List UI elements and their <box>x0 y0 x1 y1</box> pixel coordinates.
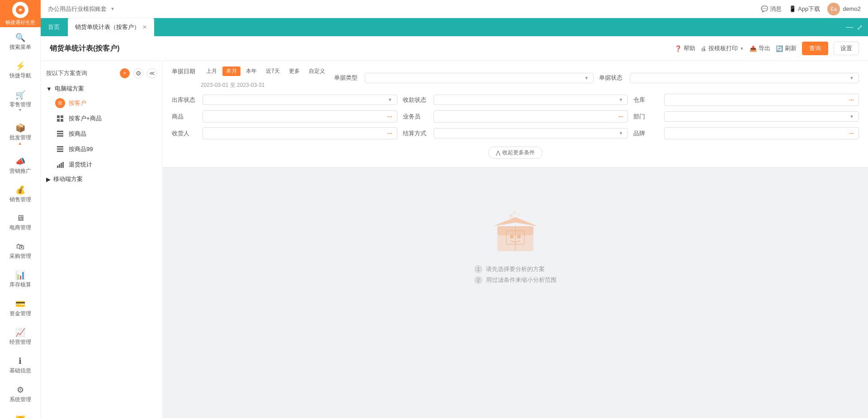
settlement-control[interactable]: ▼ <box>434 128 628 138</box>
window-maximize-btn[interactable]: ⤢ <box>857 23 863 32</box>
mobile-expand-icon: ▶ <box>46 176 51 183</box>
svg-rect-2 <box>61 115 63 118</box>
brand-ellipsis[interactable]: ··· <box>849 130 854 137</box>
settings-btn[interactable]: 设置 <box>834 42 859 55</box>
settlement-dropdown-icon: ▼ <box>618 131 623 136</box>
sidebar-menu: 🔍 搜索菜单 ⚡ 快捷导航 🛒 零售管理 ▼ 📦 批发管理 ▲ 📣 营销推广 💰… <box>0 27 40 418</box>
date-tab-7days[interactable]: 近7天 <box>262 66 283 76</box>
tree-child-by-customer[interactable]: 按 按客户 <box>50 95 162 111</box>
order-status-dropdown-icon: ▼ <box>849 76 854 81</box>
sidebar-item-operations[interactable]: 📈 经营管理 <box>0 322 40 351</box>
tree-parent-mobile[interactable]: ▶ 移动端方案 <box>41 172 162 186</box>
user-profile-btn[interactable]: Ea demo2 <box>827 3 861 15</box>
inventory-icon: 📊 <box>15 270 25 280</box>
export-icon: 📤 <box>750 45 757 52</box>
retail-icon: 🛒 <box>15 90 25 100</box>
order-status-control[interactable]: ▼ <box>630 73 859 83</box>
product-control[interactable]: ··· <box>203 110 397 123</box>
tree-parent-desktop[interactable]: ▼ 电脑端方案 <box>41 82 162 95</box>
filter-area: 单据日期 上月 本月 本年 近7天 更多 自定义 2023 <box>163 61 868 167</box>
sidebar-item-wholesale[interactable]: 📦 批发管理 ▲ <box>0 118 40 151</box>
window-minimize-btn[interactable]: — <box>846 23 853 31</box>
receiver-control[interactable]: ··· <box>203 127 397 139</box>
sidebar-item-search[interactable]: 🔍 搜索菜单 <box>0 27 40 56</box>
desktop-expand-icon: ▼ <box>46 86 52 92</box>
salesperson-control[interactable]: ··· <box>434 110 628 123</box>
collapse-btn[interactable]: ⋀ 收起更多条件 <box>488 147 542 159</box>
svg-rect-4 <box>61 119 63 122</box>
sidebar-item-marketing[interactable]: 📣 营销推广 <box>0 151 40 180</box>
edit-scheme-btn[interactable]: ⚙ <box>133 68 143 78</box>
filter-settlement-item: 结算方式 ▼ <box>403 128 628 138</box>
export-label: 导出 <box>759 44 770 52</box>
by-customer-product-icon <box>55 114 65 124</box>
home-tab-label: 首页 <box>48 23 60 31</box>
tree-child-return-stat[interactable]: 退货统计 <box>50 157 162 172</box>
add-scheme-btn[interactable]: + <box>120 68 130 78</box>
payment-status-label: 收款状态 <box>403 96 430 104</box>
sidebar-item-inventory[interactable]: 📊 库存核算 <box>0 265 40 293</box>
tab-home[interactable]: 首页 <box>41 18 67 36</box>
export-btn[interactable]: 📤 导出 <box>750 44 770 52</box>
date-tab-this-year[interactable]: 本年 <box>242 66 260 76</box>
product-label: 商品 <box>172 113 199 121</box>
message-btn[interactable]: 💬 消息 <box>761 5 782 13</box>
tip-num-2: 2 <box>474 276 482 284</box>
warehouse-ellipsis[interactable]: ··· <box>849 96 854 103</box>
order-type-control[interactable]: ▼ <box>365 73 594 83</box>
query-btn[interactable]: 查询 <box>802 42 828 55</box>
date-tab-this-month[interactable]: 本月 <box>222 66 241 76</box>
brand-control[interactable]: ··· <box>664 127 859 139</box>
tip-text-2: 用过滤条件来缩小分析范围 <box>486 276 557 284</box>
svg-point-21 <box>517 235 521 238</box>
return-stat-label: 退货统计 <box>69 161 92 169</box>
department-label: 部门 <box>633 113 660 121</box>
breadcrumb-dropdown-icon[interactable]: ▼ <box>110 6 115 11</box>
date-tab-last-month[interactable]: 上月 <box>203 66 221 76</box>
payment-status-control[interactable]: ▼ <box>434 95 628 105</box>
left-panel-header: 按以下方案查询 + ⚙ ≪ <box>41 66 162 82</box>
salesperson-ellipsis[interactable]: ··· <box>618 113 623 120</box>
help-icon: ❓ <box>675 45 682 52</box>
wholesale-expand-icon: ▲ <box>18 141 22 146</box>
sidebar-label-quick-nav: 快捷导航 <box>9 72 31 79</box>
tab-sales-stat[interactable]: 销货单统计表（按客户） ✕ <box>68 18 154 36</box>
sidebar-item-purchase[interactable]: 🛍 采购管理 <box>0 237 40 265</box>
tree-child-by-product99[interactable]: 按商品99 <box>50 142 162 157</box>
date-tab-custom[interactable]: 自定义 <box>305 66 329 76</box>
sidebar-item-sales[interactable]: 💰 销售管理 <box>0 180 40 208</box>
help-btn[interactable]: ❓ 帮助 <box>675 44 695 52</box>
operations-icon: 📈 <box>15 328 25 337</box>
sidebar-item-ecommerce[interactable]: 🖥 电商管理 <box>0 208 40 236</box>
collapse-panel-btn[interactable]: ≪ <box>147 68 157 78</box>
sidebar-item-enterprise[interactable]: 🤝 企业协同 <box>0 408 40 418</box>
sidebar-item-basic[interactable]: ℹ 基础信息 <box>0 351 40 379</box>
left-panel-tools: + ⚙ ≪ <box>120 68 157 78</box>
sidebar-label-finance: 资金管理 <box>9 310 31 317</box>
return-stat-icon <box>55 160 65 170</box>
empty-state-icon <box>488 204 542 258</box>
sidebar-item-finance[interactable]: 💳 资金管理 <box>0 294 40 322</box>
body-layout: 按以下方案查询 + ⚙ ≪ ▼ 电脑端方案 <box>41 61 868 418</box>
warehouse-control[interactable]: ··· <box>664 94 859 106</box>
tab-close-btn[interactable]: ✕ <box>142 24 147 30</box>
sidebar-item-retail[interactable]: 🛒 零售管理 ▼ <box>0 85 40 118</box>
sidebar: 畅捷通好生意 🔍 搜索菜单 ⚡ 快捷导航 🛒 零售管理 ▼ 📦 批发管理 ▲ 📣… <box>0 0 41 418</box>
print-btn[interactable]: 🖨 按模板打印 ▼ <box>701 44 744 52</box>
ship-status-control[interactable]: ▼ <box>203 95 397 105</box>
tree-child-by-product[interactable]: 按商品 <box>50 126 162 142</box>
sales-stat-tab-label: 销货单统计表（按客户） <box>75 23 140 31</box>
date-tab-more[interactable]: 更多 <box>285 66 303 76</box>
app-download-btn[interactable]: 📱 App下载 <box>789 5 820 13</box>
product-ellipsis[interactable]: ··· <box>387 113 392 120</box>
by-product99-label: 按商品99 <box>69 145 93 153</box>
receiver-ellipsis[interactable]: ··· <box>387 130 392 137</box>
tree-child-by-customer-product[interactable]: 按客户+商品 <box>50 111 162 126</box>
collapse-icon: ⋀ <box>496 150 500 156</box>
sidebar-item-system[interactable]: ⚙ 系统管理 <box>0 380 40 408</box>
department-control[interactable]: ▼ <box>664 111 859 122</box>
filter-warehouse-item: 仓库 ··· <box>633 94 859 106</box>
refresh-btn[interactable]: 🔄 刷新 <box>776 44 797 52</box>
left-panel-title: 按以下方案查询 <box>46 69 87 77</box>
sidebar-item-quick-nav[interactable]: ⚡ 快捷导航 <box>0 56 40 84</box>
